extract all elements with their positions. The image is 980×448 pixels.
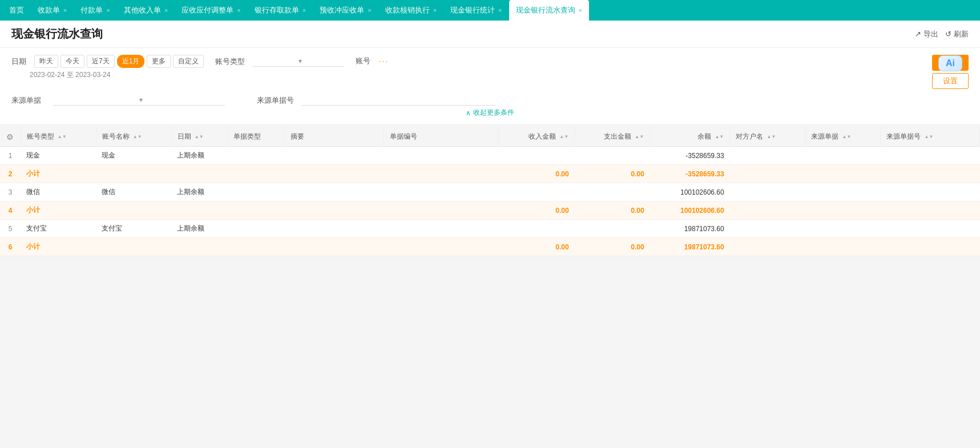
nav-item-7[interactable]: 现金银行统计 × <box>443 0 509 21</box>
cell-balance: 100102606.60 <box>650 201 730 220</box>
nav-item-8[interactable]: 现金银行流水查询 × <box>509 0 589 21</box>
ai-button[interactable]: Ai <box>938 55 962 71</box>
sort-icon-counterparty: ▲▼ <box>767 135 776 139</box>
cell-source-doc <box>805 220 881 238</box>
nav-item-6[interactable]: 收款核销执行 × <box>378 0 443 21</box>
table-row[interactable]: 5 支付宝 支付宝 上期余额 19871073.60 <box>0 220 980 238</box>
cell-summary <box>284 165 384 183</box>
col-expense[interactable]: 支出金额 ▲▼ <box>575 127 650 147</box>
cell-date <box>171 238 227 256</box>
nav-home[interactable]: 首页 <box>2 0 31 21</box>
cell-doc-type <box>227 183 284 201</box>
close-icon-4[interactable]: × <box>303 0 306 21</box>
data-table: ⚙ 账号类型 ▲▼ 账号名称 ▲▼ 日期 ▲▼ 单据类型 摘 <box>0 127 980 256</box>
date-btn-today[interactable]: 今天 <box>61 55 84 68</box>
date-btn-custom[interactable]: 自定义 <box>173 55 204 68</box>
nav-item-2[interactable]: 其他收入单 × <box>117 0 175 21</box>
close-icon-0[interactable]: × <box>63 0 67 21</box>
close-icon-6[interactable]: × <box>433 0 437 21</box>
close-icon-8[interactable]: × <box>579 0 582 21</box>
settings-button[interactable]: 设置 <box>932 73 969 89</box>
nav-item-1[interactable]: 付款单 × <box>74 0 116 21</box>
collapse-bar[interactable]: ∧ 收起更多条件 <box>11 106 969 120</box>
col-counterparty[interactable]: 对方户名 ▲▼ <box>730 127 805 147</box>
close-icon-3[interactable]: × <box>237 0 240 21</box>
cell-account-type: 小计 <box>21 165 96 183</box>
cell-expense: 0.00 <box>575 238 650 256</box>
col-doc-no[interactable]: 单据编号 <box>384 127 499 147</box>
source-doc-num-label: 来源单据号 <box>257 95 294 106</box>
cell-source-doc-no <box>881 201 980 220</box>
cell-income <box>499 147 575 165</box>
col-income[interactable]: 收入金额 ▲▼ <box>499 127 575 147</box>
sort-icon-expense: ▲▼ <box>635 135 644 139</box>
export-icon: ↗ <box>915 30 921 38</box>
source-doc-num-input[interactable] <box>302 95 496 106</box>
source-doc-label: 来源单据 <box>11 95 46 106</box>
table-row[interactable]: 3 微信 微信 上期余额 100102606.60 <box>0 183 980 201</box>
export-button[interactable]: ↗ 导出 <box>915 29 938 39</box>
date-range-display: 2023-02-24 至 2023-03-24 <box>30 70 204 80</box>
cell-doc-no <box>384 201 499 220</box>
cell-counterparty <box>730 183 805 201</box>
cell-income: 0.00 <box>499 238 575 256</box>
nav-item-5[interactable]: 预收冲应收单 × <box>313 0 378 21</box>
date-btn-1month[interactable]: 近1月 <box>117 55 145 68</box>
close-icon-5[interactable]: × <box>368 0 371 21</box>
account-label: 账号 <box>356 56 370 66</box>
cell-expense: 0.00 <box>575 165 650 183</box>
chevron-down-icon-account-type: ▾ <box>299 57 342 65</box>
cell-date: 上期余额 <box>171 220 227 238</box>
table-row[interactable]: 6 小计 0.00 0.00 19871073.60 <box>0 238 980 256</box>
cell-source-doc <box>805 183 881 201</box>
cell-account-name <box>96 165 171 183</box>
cell-income <box>499 183 575 201</box>
cell-income <box>499 220 575 238</box>
refresh-button[interactable]: ↺ 刷新 <box>945 29 969 39</box>
cell-source-doc <box>805 165 881 183</box>
cell-source-doc-no <box>881 238 980 256</box>
close-icon-2[interactable]: × <box>164 0 168 21</box>
cell-balance: 19871073.60 <box>650 220 730 238</box>
cell-account-type: 现金 <box>21 147 96 165</box>
col-summary[interactable]: 摘要 <box>284 127 384 147</box>
col-account-name[interactable]: 账号名称 ▲▼ <box>96 127 171 147</box>
date-btn-7days[interactable]: 近7天 <box>87 55 115 68</box>
account-ellipsis-button[interactable]: ··· <box>378 56 389 66</box>
header-actions: ↗ 导出 ↺ 刷新 <box>915 29 969 39</box>
nav-item-4[interactable]: 银行存取款单 × <box>248 0 313 21</box>
sort-icon-source-doc: ▲▼ <box>842 135 852 139</box>
cell-summary <box>284 183 384 201</box>
col-source-doc[interactable]: 来源单据 ▲▼ <box>805 127 881 147</box>
sort-icon-date: ▲▼ <box>195 135 204 139</box>
nav-item-0[interactable]: 收款单 × <box>31 0 74 21</box>
page-title: 现金银行流水查询 <box>11 26 103 42</box>
table-body: 1 现金 现金 上期余额 -3528659.33 2 小计 0.00 0.00 … <box>0 147 980 256</box>
cell-expense <box>575 183 650 201</box>
cell-source-doc <box>805 201 881 220</box>
row-num: 3 <box>0 183 21 201</box>
table-row[interactable]: 4 小计 0.00 0.00 100102606.60 <box>0 201 980 220</box>
col-gear[interactable]: ⚙ <box>0 127 21 147</box>
col-doc-type[interactable]: 单据类型 <box>227 127 284 147</box>
account-type-select[interactable]: ▾ <box>253 56 344 67</box>
cell-income: 0.00 <box>499 165 575 183</box>
col-source-doc-no[interactable]: 来源单据号 ▲▼ <box>881 127 980 147</box>
source-doc-select[interactable]: ▾ <box>54 95 225 106</box>
cell-doc-no <box>384 183 499 201</box>
sort-icon-account-name: ▲▼ <box>133 135 142 139</box>
close-icon-1[interactable]: × <box>106 0 110 21</box>
table-row[interactable]: 2 小计 0.00 0.00 -3528659.33 <box>0 165 980 183</box>
col-balance[interactable]: 余额 ▲▼ <box>650 127 730 147</box>
col-date[interactable]: 日期 ▲▼ <box>171 127 227 147</box>
filter-area: 日期 昨天 今天 近7天 近1月 更多 自定义 2023-02-24 至 202… <box>0 48 980 125</box>
nav-item-3[interactable]: 应收应付调整单 × <box>175 0 247 21</box>
date-btn-yesterday[interactable]: 昨天 <box>34 55 58 68</box>
table-row[interactable]: 1 现金 现金 上期余额 -3528659.33 <box>0 147 980 165</box>
date-btn-more[interactable]: 更多 <box>147 55 171 68</box>
cell-account-name <box>96 238 171 256</box>
row-num: 4 <box>0 201 21 220</box>
close-icon-7[interactable]: × <box>498 0 502 21</box>
page-header: 现金银行流水查询 ↗ 导出 ↺ 刷新 <box>0 21 980 48</box>
col-account-type[interactable]: 账号类型 ▲▼ <box>21 127 96 147</box>
